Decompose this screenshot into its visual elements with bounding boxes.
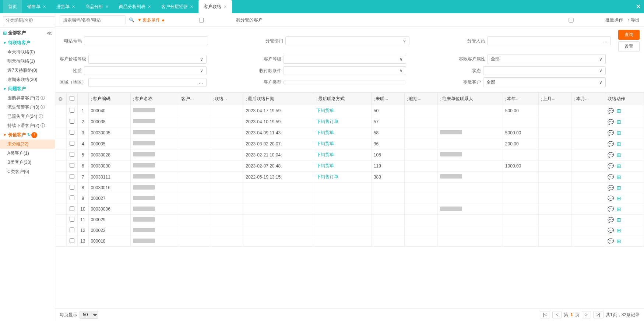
col-last-month[interactable]: :上月... bbox=[539, 93, 572, 105]
close-icon[interactable]: ✕ bbox=[190, 4, 193, 9]
select-all-checkbox[interactable] bbox=[70, 96, 74, 101]
collapse-icon[interactable]: ≪ bbox=[46, 30, 52, 36]
sidebar-item-abnormal[interactable]: 囤购异常客户(2) ⓘ bbox=[0, 94, 55, 103]
property-select[interactable]: ∨ bbox=[84, 66, 207, 75]
grid-action-icon[interactable]: ⊞ bbox=[617, 108, 621, 114]
row-checkbox[interactable] bbox=[66, 193, 77, 204]
col-contact[interactable]: :联络... bbox=[210, 93, 243, 105]
sidebar-item-today[interactable]: 今天待联络(0) bbox=[0, 47, 55, 57]
sidebar-item-churned[interactable]: 已流失客户(24) ⓘ bbox=[0, 112, 55, 121]
col-unit-contact[interactable]: :往来单位联系人 bbox=[438, 93, 503, 105]
close-icon[interactable]: ✕ bbox=[43, 4, 46, 9]
row-select-checkbox[interactable] bbox=[70, 195, 74, 200]
retail-attr-select[interactable]: 全部∨ bbox=[488, 54, 606, 64]
message-icon[interactable]: 💬 bbox=[608, 163, 614, 169]
row-checkbox[interactable] bbox=[66, 105, 77, 116]
row-last-method[interactable]: 下销货单 bbox=[314, 160, 372, 172]
row-last-method[interactable]: 下销售订单 bbox=[314, 116, 372, 127]
message-icon[interactable]: 💬 bbox=[608, 119, 614, 125]
row-last-method[interactable]: 下销货单 bbox=[314, 138, 372, 149]
retail-customer-select[interactable]: 全部∨ bbox=[483, 77, 606, 87]
col-this-month[interactable]: :本月... bbox=[572, 93, 605, 105]
contact-method-link[interactable]: 下销货单 bbox=[316, 108, 334, 113]
sidebar-item-churn-warning[interactable]: 流失预警客户(3) ⓘ bbox=[0, 103, 55, 112]
sidebar-search-input[interactable] bbox=[3, 16, 55, 24]
row-select-checkbox[interactable] bbox=[70, 141, 74, 146]
row-select-checkbox[interactable] bbox=[70, 206, 74, 211]
next-page-btn[interactable]: > bbox=[582, 311, 591, 318]
tab-product-analysis[interactable]: 商品分析 ✕ bbox=[80, 0, 114, 13]
customer-type-select[interactable] bbox=[284, 81, 406, 84]
close-icon[interactable]: ✕ bbox=[148, 4, 151, 9]
query-btn[interactable]: 查询 bbox=[618, 30, 640, 40]
message-icon[interactable]: 💬 bbox=[608, 206, 614, 212]
contact-method-link[interactable]: 下销售订单 bbox=[316, 174, 338, 179]
group-pending-contact[interactable]: ▼ 待联络客户 bbox=[0, 38, 55, 47]
grid-action-icon[interactable]: ⊞ bbox=[617, 227, 621, 233]
row-checkbox[interactable] bbox=[66, 149, 77, 160]
batch-checkbox[interactable] bbox=[538, 18, 604, 22]
row-checkbox[interactable] bbox=[66, 116, 77, 127]
row-last-method[interactable]: 下销货单 bbox=[314, 149, 372, 160]
close-icon[interactable]: ✕ bbox=[224, 4, 227, 9]
sidebar-all-customers[interactable]: ⊞ 全部客户 ≪ bbox=[0, 28, 55, 38]
col-name[interactable]: :客户名称 bbox=[130, 93, 177, 105]
col-last-date[interactable]: :最后联络日期 bbox=[243, 93, 314, 105]
settings-icon[interactable]: ⚙ bbox=[58, 96, 63, 102]
manager-select[interactable]: … bbox=[487, 36, 611, 45]
row-select-checkbox[interactable] bbox=[70, 152, 74, 157]
tab-product-list[interactable]: 商品分析列表 ✕ bbox=[114, 0, 156, 13]
my-customer-checkbox[interactable] bbox=[168, 18, 235, 22]
row-last-method[interactable] bbox=[314, 225, 372, 236]
row-last-method[interactable] bbox=[314, 215, 372, 225]
contact-method-link[interactable]: 下销货单 bbox=[316, 130, 334, 135]
row-checkbox[interactable] bbox=[66, 160, 77, 172]
tab-purchase[interactable]: 进货单 ✕ bbox=[51, 0, 80, 13]
col-no-contact[interactable]: :未联... bbox=[371, 93, 404, 105]
grid-action-icon[interactable]: ⊞ bbox=[617, 238, 621, 244]
message-icon[interactable]: 💬 bbox=[608, 174, 614, 180]
tab-sales[interactable]: 销售单 ✕ bbox=[22, 0, 51, 13]
message-icon[interactable]: 💬 bbox=[608, 217, 614, 223]
sidebar-item-c-class[interactable]: C类客户(6) bbox=[0, 167, 55, 176]
message-icon[interactable]: 💬 bbox=[608, 141, 614, 147]
phone-input[interactable] bbox=[84, 36, 208, 45]
row-select-checkbox[interactable] bbox=[70, 174, 74, 179]
row-last-method[interactable] bbox=[314, 193, 372, 204]
message-icon[interactable]: 💬 bbox=[608, 130, 614, 136]
row-select-checkbox[interactable] bbox=[70, 108, 74, 113]
customer-level-select[interactable]: ∨ bbox=[284, 55, 406, 64]
grid-action-icon[interactable]: ⊞ bbox=[617, 185, 621, 191]
sidebar-item-tomorrow[interactable]: 明天待联络(1) bbox=[0, 57, 55, 66]
row-select-checkbox[interactable] bbox=[70, 217, 74, 222]
dept-select[interactable]: ∨ bbox=[285, 36, 409, 45]
sidebar-item-overdue[interactable]: 逾期未联络(30) bbox=[0, 75, 55, 84]
row-select-checkbox[interactable] bbox=[70, 130, 74, 135]
reset-btn[interactable]: 设置 bbox=[618, 41, 640, 52]
col-settings[interactable]: ⚙ bbox=[55, 93, 66, 105]
row-checkbox[interactable] bbox=[66, 127, 77, 138]
grid-action-icon[interactable]: ⊞ bbox=[617, 141, 621, 147]
payment-select[interactable]: ∨ bbox=[284, 66, 406, 75]
contact-method-link[interactable]: 下销货单 bbox=[316, 163, 334, 168]
message-icon[interactable]: 💬 bbox=[608, 227, 614, 233]
grid-action-icon[interactable]: ⊞ bbox=[617, 152, 621, 158]
tab-customer-contact[interactable]: 客户联络 ✕ bbox=[198, 0, 232, 13]
sidebar-item-a-class[interactable]: A类客户(1) bbox=[0, 149, 55, 158]
tab-home[interactable]: 首页 bbox=[3, 0, 22, 13]
row-last-method[interactable] bbox=[314, 204, 372, 215]
col-overdue[interactable]: :逾期... bbox=[405, 93, 438, 105]
row-last-method[interactable]: 下销货单 bbox=[314, 127, 372, 138]
row-checkbox[interactable] bbox=[66, 236, 77, 247]
tab-customer-tier[interactable]: 客户分层经营 ✕ bbox=[156, 0, 198, 13]
row-last-method[interactable]: 下销售订单 bbox=[314, 172, 372, 183]
sidebar-item-ungrouped[interactable]: 未分组(32) bbox=[0, 140, 55, 149]
sidebar-item-b-class[interactable]: B类客户(33) bbox=[0, 158, 55, 167]
my-customer-checkbox-area[interactable]: 我分管的客户 bbox=[168, 17, 263, 23]
grid-action-icon[interactable]: ⊞ bbox=[617, 195, 621, 201]
more-conditions-btn[interactable]: ▼ 更多条件 ▲ bbox=[137, 17, 165, 23]
row-checkbox[interactable] bbox=[66, 225, 77, 236]
grid-action-icon[interactable]: ⊞ bbox=[617, 174, 621, 180]
grid-action-icon[interactable]: ⊞ bbox=[617, 206, 621, 212]
first-page-btn[interactable]: |< bbox=[540, 311, 550, 318]
